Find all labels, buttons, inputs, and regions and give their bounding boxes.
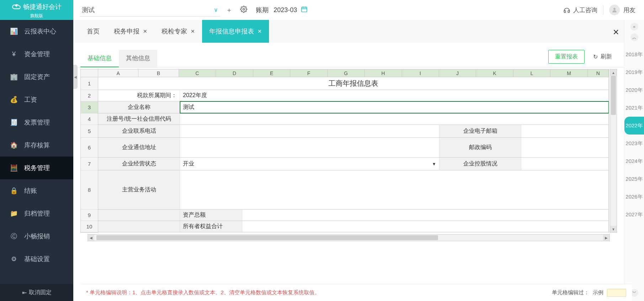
row-header[interactable]: 3 (81, 101, 98, 113)
nav-icon: 🧮 (10, 164, 18, 172)
svg-rect-1 (302, 7, 307, 12)
row-header[interactable]: 6 (81, 138, 98, 158)
label-phone: 企业联系电话 (98, 125, 180, 137)
label-regno: 注册号/统一社会信用代码 (98, 113, 180, 125)
consult-link[interactable]: 人工咨询 (563, 6, 597, 14)
nav-icon: 🔒 (10, 187, 18, 195)
year-2018年[interactable]: 2018年 (624, 46, 644, 63)
sidebar-item-5[interactable]: 🏠库存核算 (0, 134, 73, 157)
sidebar: ▲ ◀ 📊云报表中心¥资金管理🏢固定资产💰工资🧾发票管理🏠库存核算🧮税务管理🔒结… (0, 20, 73, 301)
user-menu[interactable]: 用友 (609, 5, 635, 15)
input-regno[interactable] (180, 113, 609, 125)
col-header[interactable]: J (439, 69, 476, 77)
col-header[interactable]: K (476, 69, 513, 77)
wintab-2[interactable]: 税检专家✕ (154, 20, 202, 43)
row-header[interactable]: 10 (81, 221, 98, 232)
scroll-left-icon[interactable]: ◀ (88, 234, 94, 241)
col-header[interactable]: C (179, 69, 216, 77)
year-2022年[interactable]: 2022年 (624, 117, 644, 134)
unpin-button[interactable]: ⇤ 取消固定 (0, 284, 73, 301)
sidebar-item-9[interactable]: Ⓒ小畅报销 (0, 225, 73, 248)
sidebar-item-4[interactable]: 🧾发票管理 (0, 111, 73, 134)
refresh-button[interactable]: ↻ 刷新 (593, 53, 612, 60)
row-header[interactable]: 5 (81, 125, 98, 138)
unpin-icon: ⇤ (22, 289, 27, 296)
subtab-basic[interactable]: 基础信息 (80, 50, 119, 67)
col-header[interactable]: M (550, 69, 587, 77)
col-header[interactable]: A (98, 69, 138, 77)
year-2019年[interactable]: 2019年 (624, 63, 644, 81)
company-selector[interactable]: 测试 ∨ (80, 3, 220, 17)
horizontal-scrollbar[interactable]: ◀ ▶ (88, 234, 610, 241)
year-2020年[interactable]: 2020年 (624, 81, 644, 99)
sidebar-item-3[interactable]: 💰工资 (0, 88, 73, 111)
sidebar-item-2[interactable]: 🏢固定资产 (0, 65, 73, 88)
input-equity[interactable] (242, 221, 609, 232)
year-strip: « ︽ 2018年2019年2020年2021年2022年2023年2024年2… (624, 20, 644, 301)
refresh-icon: ↻ (593, 53, 598, 60)
input-zip[interactable] (521, 138, 609, 157)
row-header[interactable]: 9 (81, 210, 98, 221)
year-scroll-up[interactable]: ︽ (630, 33, 638, 41)
col-header[interactable]: F (290, 69, 327, 77)
close-icon[interactable]: ✕ (258, 28, 262, 34)
company-name: 测试 (82, 6, 95, 14)
row-header[interactable]: 7 (81, 158, 98, 170)
year-2023年[interactable]: 2023年 (624, 134, 644, 152)
col-header[interactable]: L (513, 69, 550, 77)
scroll-up-icon[interactable]: ▲ (610, 69, 617, 76)
close-icon[interactable]: ✕ (143, 28, 147, 34)
sidebar-item-10[interactable]: ⚙基础设置 (0, 248, 73, 270)
year-2021年[interactable]: 2021年 (624, 99, 644, 117)
select-status[interactable]: 开业▼ (180, 158, 439, 170)
scroll-down-icon[interactable]: ▼ (610, 226, 617, 232)
wintab-0[interactable]: 首页 (80, 20, 107, 43)
input-assets[interactable] (242, 210, 609, 221)
close-icon[interactable]: ✕ (191, 28, 195, 34)
scroll-thumb[interactable] (96, 235, 438, 240)
input-address[interactable] (180, 138, 439, 157)
col-header[interactable]: D (216, 69, 253, 77)
col-header[interactable]: G (328, 69, 365, 77)
col-header[interactable]: N (588, 69, 609, 77)
sidebar-item-1[interactable]: ¥资金管理 (0, 43, 73, 65)
year-2024年[interactable]: 2024年 (624, 152, 644, 170)
label-equity: 所有者权益合计 (180, 221, 242, 232)
gear-icon[interactable] (240, 6, 247, 15)
col-header[interactable]: H (365, 69, 402, 77)
period-value: 2023-03 (274, 6, 297, 14)
sidebar-item-8[interactable]: 📁归档管理 (0, 202, 73, 225)
sidebar-item-0[interactable]: 📊云报表中心 (0, 20, 73, 43)
input-phone[interactable] (180, 125, 439, 137)
wintab-1[interactable]: 税务申报✕ (107, 20, 154, 43)
input-mainbiz[interactable] (180, 170, 609, 209)
col-header[interactable]: B (138, 69, 179, 77)
sidebar-item-7[interactable]: 🔒结账 (0, 179, 73, 202)
col-header[interactable]: E (253, 69, 290, 77)
row-header[interactable]: 8 (81, 170, 98, 210)
nav-icon: 🏢 (10, 73, 18, 81)
add-icon[interactable]: ＋ (226, 6, 232, 14)
scroll-right-icon[interactable]: ▶ (603, 234, 609, 241)
row-header[interactable]: 2 (81, 90, 98, 101)
wintab-3[interactable]: 年报信息申报表✕ (202, 20, 269, 43)
row-header[interactable]: 1 (81, 77, 98, 90)
input-email[interactable] (521, 125, 609, 137)
col-header[interactable]: I (402, 69, 439, 77)
reset-button[interactable]: 重置报表 (548, 50, 585, 64)
sheet-corner[interactable] (81, 69, 98, 77)
subtab-other[interactable]: 其他信息 (119, 50, 157, 67)
year-2026年[interactable]: 2026年 (624, 188, 644, 206)
collapse-strip-icon[interactable]: « (630, 23, 638, 31)
close-panel-icon[interactable]: ✕ (613, 28, 619, 37)
input-company[interactable]: 测试 (180, 101, 609, 113)
scroll-thumb[interactable] (611, 76, 616, 115)
calendar-icon[interactable] (301, 6, 308, 14)
input-holding[interactable] (521, 158, 609, 170)
year-2025年[interactable]: 2025年 (624, 170, 644, 188)
row-header[interactable]: 4 (81, 113, 98, 125)
year-2027年[interactable]: 2027年 (624, 206, 644, 223)
vertical-scrollbar[interactable]: ▲ ▼ (610, 69, 617, 233)
cloud-icon (12, 1, 21, 12)
sidebar-item-6[interactable]: 🧮税务管理 (0, 157, 73, 179)
